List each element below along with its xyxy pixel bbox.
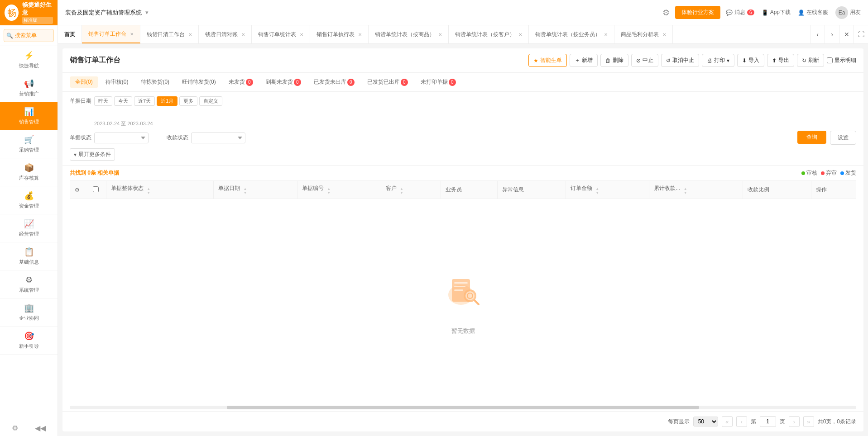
- message-button[interactable]: 💬 消息 6: [726, 9, 754, 16]
- industry-solution-button[interactable]: 体验行业方案: [675, 6, 720, 19]
- filter-tab-expired-unshipped[interactable]: 到期未发货0: [260, 76, 307, 88]
- user-menu[interactable]: Ea 用友: [835, 6, 861, 19]
- sidebar-item-enterprise[interactable]: 🏢 企业协同: [0, 299, 58, 327]
- tab-sales-stat[interactable]: 销售订单统计表 ✕: [252, 25, 310, 43]
- search-menu-button[interactable]: 🔍 搜索菜单: [4, 29, 54, 42]
- print-button[interactable]: 🖨 打印 ▾: [702, 54, 734, 67]
- date-btn-today[interactable]: 今天: [114, 96, 132, 106]
- tab-close-icon[interactable]: ✕: [130, 32, 134, 37]
- horizontal-scrollbar-thumb[interactable]: [227, 406, 699, 409]
- sidebar-item-sales[interactable]: 📊 销售管理: [0, 102, 58, 130]
- tab-close-icon[interactable]: ✕: [241, 32, 245, 37]
- sidebar-item-system[interactable]: ⚙ 系统管理: [0, 270, 58, 299]
- tab-close-icon[interactable]: ✕: [300, 32, 303, 37]
- col-staff[interactable]: 业务员: [441, 181, 497, 199]
- col-status: 单据整体状态 ▲▼: [106, 181, 214, 199]
- tab-sales-summary-staff[interactable]: 销货单统计表（按业务员） ✕: [529, 25, 614, 43]
- sidebar-collapse-button[interactable]: ◀◀: [35, 424, 46, 432]
- filter-tab-pending-review[interactable]: 待审核(0): [100, 76, 134, 88]
- expand-filters-button[interactable]: ▾ 展开更多条件: [70, 148, 115, 161]
- tab-prev-button[interactable]: ‹: [810, 25, 825, 43]
- online-service-button[interactable]: 👤 在线客服: [798, 9, 828, 16]
- tab-home[interactable]: 首页: [58, 25, 82, 43]
- next-page-button[interactable]: ›: [789, 416, 800, 427]
- import-button[interactable]: ⬇ 导入: [737, 54, 764, 67]
- col-customer[interactable]: 客户 ▲▼: [381, 181, 441, 199]
- sidebar-item-purchase[interactable]: 🛒 采购管理: [0, 130, 58, 158]
- sidebar-item-basic-info[interactable]: 📋 基础信息: [0, 242, 58, 270]
- select-all-checkbox[interactable]: [93, 186, 99, 192]
- col-number[interactable]: 单据编号 ▲▼: [297, 181, 381, 199]
- refresh-button[interactable]: ↻ 刷新: [797, 54, 824, 67]
- date-btn-more[interactable]: 更多: [179, 96, 197, 106]
- batch-review-button[interactable]: 审核: [801, 169, 817, 177]
- tab-sales-exec[interactable]: 销售订单执行表 ✕: [310, 25, 369, 43]
- col-date[interactable]: 单据日期 ▲▼: [214, 181, 297, 199]
- star-icon: ★: [533, 57, 538, 64]
- date-btn-custom[interactable]: 自定义: [199, 96, 222, 106]
- filter-settings-button[interactable]: 设置: [830, 131, 856, 145]
- date-btn-yesterday[interactable]: 昨天: [94, 96, 112, 106]
- app-download-button[interactable]: 📱 App下载: [762, 9, 791, 16]
- sidebar-item-finance[interactable]: 💰 资金管理: [0, 186, 58, 214]
- tab-next-button[interactable]: ›: [825, 25, 839, 43]
- stop-button[interactable]: ⊘ 中止: [631, 54, 658, 67]
- tab-fullscreen-button[interactable]: ⛶: [854, 25, 868, 43]
- filter-tab-not-shipped[interactable]: 未发货0: [223, 76, 259, 88]
- show-detail-checkbox[interactable]: [827, 57, 833, 63]
- date-btn-7days[interactable]: 近7天: [134, 96, 155, 106]
- refresh-icon: ↻: [802, 57, 806, 64]
- smart-create-button[interactable]: ★ 智能生单: [528, 54, 567, 67]
- tab-sales-summary-customer[interactable]: 销货单统计表（按客户） ✕: [449, 25, 529, 43]
- tab-close-icon[interactable]: ✕: [604, 32, 608, 37]
- horizontal-scrollbar[interactable]: [70, 406, 856, 409]
- tab-close-icon[interactable]: ✕: [438, 32, 442, 37]
- payment-select[interactable]: [191, 133, 245, 143]
- tab-cash-reconcile[interactable]: 钱货日清对账 ✕: [199, 25, 252, 43]
- sidebar-item-guide[interactable]: 🎯 新手引导: [0, 327, 58, 355]
- filter-tab-all[interactable]: 全部(0): [70, 76, 98, 88]
- filter-tab-pending-inspect[interactable]: 待拣验货(0): [135, 76, 175, 88]
- sidebar-settings-button[interactable]: ⚙: [12, 424, 18, 432]
- col-amount[interactable]: 订单金额 ▲▼: [566, 181, 649, 199]
- show-detail-checkbox-label[interactable]: 显示明细: [827, 57, 856, 64]
- query-button[interactable]: 查询: [797, 131, 826, 144]
- tab-close-icon[interactable]: ✕: [518, 32, 522, 37]
- date-btn-1month[interactable]: 近1月: [157, 96, 177, 106]
- filter-tab-shipped-not-in[interactable]: 已发货未出库0: [308, 76, 360, 88]
- tab-sales-summary-product[interactable]: 销货单统计表（按商品） ✕: [369, 25, 449, 43]
- sidebar-item-operation[interactable]: 📈 经营管理: [0, 214, 58, 242]
- status-filter-label: 单据状态: [70, 134, 91, 142]
- sidebar-item-label: 基础信息: [19, 259, 39, 265]
- delete-button[interactable]: 🗑 删除: [600, 54, 628, 67]
- tab-cash-daily[interactable]: 钱货日清工作台 ✕: [140, 25, 199, 43]
- tab-close-icon[interactable]: ✕: [188, 32, 192, 37]
- tab-gross-profit[interactable]: 商品毛利分析表 ✕: [614, 25, 673, 43]
- tab-close-icon[interactable]: ✕: [358, 32, 362, 37]
- page-size-select[interactable]: 50 10 20 100: [693, 417, 718, 427]
- topbar-settings-icon[interactable]: ⚙: [662, 8, 670, 18]
- col-exception[interactable]: 异常信息: [497, 181, 566, 199]
- sidebar-item-marketing[interactable]: 📢 营销推广: [0, 74, 58, 102]
- tab-close-all-button[interactable]: ✕: [839, 25, 854, 43]
- batch-cancel-review-button[interactable]: 弃审: [821, 169, 837, 177]
- first-page-button[interactable]: «: [722, 416, 733, 427]
- logo-badge: 标准版: [22, 17, 53, 24]
- tab-sales-workbench[interactable]: 销售订单工作台 ✕: [82, 25, 140, 43]
- col-received[interactable]: 累计收款... ▲▼: [649, 181, 743, 199]
- last-page-button[interactable]: »: [803, 416, 814, 427]
- export-button[interactable]: ⬆ 导出: [767, 54, 794, 67]
- cancel-stop-button[interactable]: ↺ 取消中止: [661, 54, 699, 67]
- add-button[interactable]: ＋ 新增: [570, 54, 598, 67]
- filter-tab-wangpu[interactable]: 旺铺待发货(0): [177, 76, 221, 88]
- tab-close-icon[interactable]: ✕: [662, 32, 666, 37]
- sidebar-item-quick-nav[interactable]: ⚡ 快捷导航: [0, 46, 58, 74]
- page-number-input[interactable]: [760, 416, 776, 427]
- filter-tab-not-printed[interactable]: 未打印单据0: [415, 76, 461, 88]
- sidebar-footer: ⚙ ◀◀: [0, 420, 58, 436]
- prev-page-button[interactable]: ‹: [736, 416, 747, 427]
- status-select[interactable]: [94, 133, 149, 143]
- sidebar-item-inventory[interactable]: 📦 库存核算: [0, 158, 58, 186]
- filter-tab-shipped-out[interactable]: 已发货已出库0: [362, 76, 413, 88]
- batch-ship-button[interactable]: 发货: [840, 169, 856, 177]
